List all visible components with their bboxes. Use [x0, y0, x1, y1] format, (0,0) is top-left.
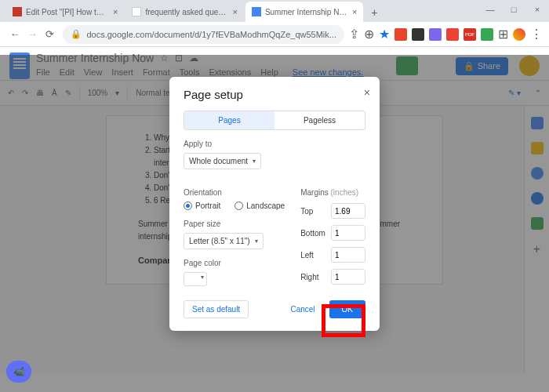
new-tab-button[interactable]: +: [365, 3, 384, 22]
close-icon[interactable]: ×: [232, 7, 237, 16]
extension-icons: ⇪ ⊕ ★ PDF ⊞ ⋮: [349, 27, 543, 42]
ext-icon[interactable]: PDF: [464, 28, 476, 41]
browser-tab-1[interactable]: Edit Post "[PI] How to Change ×: [6, 2, 124, 22]
address-bar: ← → ⟳ 🔒 docs.google.com/document/d/1y7fE…: [0, 22, 549, 47]
window-controls: — □ ×: [478, 0, 549, 19]
margin-left-input[interactable]: [331, 247, 365, 263]
reload-button[interactable]: ⟳: [41, 25, 58, 44]
radio-icon: [235, 201, 243, 210]
set-default-button[interactable]: Set as default: [184, 300, 249, 318]
portrait-radio[interactable]: Portrait: [184, 201, 220, 210]
share-icon[interactable]: ⇪: [349, 27, 359, 42]
margin-right-label: Right: [300, 273, 318, 281]
page-color-label: Page color: [184, 259, 285, 267]
close-icon[interactable]: ×: [364, 86, 370, 99]
paper-size-select[interactable]: Letter (8.5" x 11"): [184, 233, 264, 249]
apply-to-label: Apply to: [184, 140, 365, 148]
browser-tab-3[interactable]: Summer Internship Now - Go ×: [245, 2, 363, 22]
radio-icon: [184, 201, 192, 210]
favicon: [132, 7, 141, 16]
favicon: [13, 7, 22, 16]
page-setup-dialog: × Page setup Pages Pageless Apply to Who…: [169, 77, 380, 331]
page-color-select[interactable]: [184, 272, 207, 286]
paper-size-label: Paper size: [184, 220, 285, 228]
tab-title: Edit Post "[PI] How to Change: [26, 8, 108, 16]
extensions-icon[interactable]: ⊞: [498, 27, 508, 42]
dialog-title: Page setup: [184, 88, 365, 101]
ext-icon[interactable]: [429, 28, 442, 41]
margins-label: Margins (inches): [300, 188, 365, 197]
ext-icon[interactable]: [481, 28, 493, 41]
profile-avatar[interactable]: [513, 28, 525, 41]
window-max[interactable]: □: [502, 0, 525, 19]
url-field[interactable]: 🔒 docs.google.com/document/d/1y7fEVBaMod…: [63, 25, 344, 44]
tab-title: frequently asked questions ab: [145, 8, 227, 16]
margin-right-input[interactable]: [331, 269, 365, 285]
kebab-icon[interactable]: ⋮: [530, 27, 543, 42]
cancel-button[interactable]: Cancel: [282, 301, 322, 318]
orientation-label: Orientation: [184, 188, 285, 197]
margin-top-label: Top: [300, 207, 313, 216]
margin-left-label: Left: [300, 251, 314, 260]
tab-title: Summer Internship Now - Go: [265, 8, 347, 16]
back-button[interactable]: ←: [6, 25, 24, 44]
lock-icon: 🔒: [71, 29, 82, 39]
margin-bottom-label: Bottom: [300, 229, 325, 238]
close-icon[interactable]: ×: [352, 7, 357, 16]
tab-pages[interactable]: Pages: [184, 111, 274, 129]
apply-to-select[interactable]: Whole document: [184, 153, 261, 169]
ext-icon[interactable]: [412, 28, 424, 41]
ext-icon[interactable]: [394, 28, 407, 41]
ok-button[interactable]: OK: [329, 300, 365, 318]
forward-button[interactable]: →: [24, 25, 41, 44]
tab-pageless[interactable]: Pageless: [274, 111, 365, 129]
bookmark-icon[interactable]: ★: [379, 27, 390, 42]
landscape-radio[interactable]: Landscape: [235, 201, 285, 210]
close-icon[interactable]: ×: [113, 7, 118, 16]
favicon: [252, 7, 261, 16]
dialog-tabs: Pages Pageless: [184, 111, 365, 130]
margin-top-input[interactable]: [331, 203, 365, 219]
zoom-icon[interactable]: ⊕: [364, 27, 374, 42]
window-min[interactable]: —: [478, 0, 502, 19]
record-fab[interactable]: 📹: [6, 361, 31, 383]
tab-strip: Edit Post "[PI] How to Change × frequent…: [0, 0, 549, 22]
window-close[interactable]: ×: [525, 0, 549, 19]
browser-tab-2[interactable]: frequently asked questions ab ×: [125, 2, 243, 22]
url-text: docs.google.com/document/d/1y7fEVBaModhm…: [86, 30, 336, 39]
margin-bottom-input[interactable]: [331, 225, 365, 241]
ext-icon[interactable]: [446, 28, 459, 41]
